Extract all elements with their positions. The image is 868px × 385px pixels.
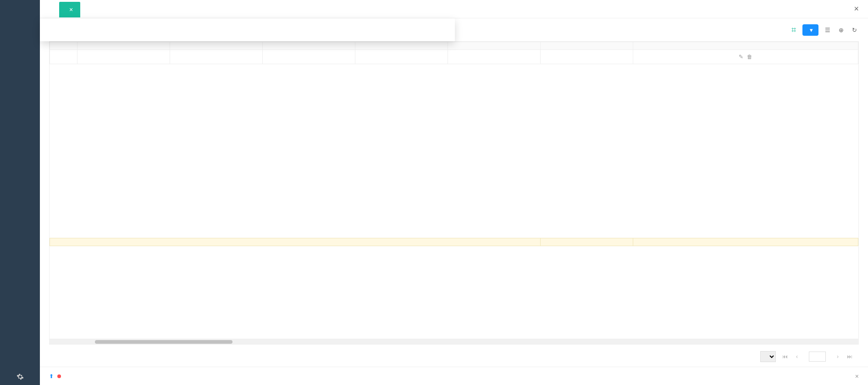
refresh-button[interactable]: ↻: [852, 27, 859, 33]
settings-gear[interactable]: [0, 368, 40, 385]
chevron-down-icon: ▾: [810, 27, 813, 33]
col-action: [633, 42, 858, 50]
batch-operate-button[interactable]: ☰: [825, 27, 832, 33]
per-page-select[interactable]: [760, 351, 776, 362]
tab-invoice-list[interactable]: ×: [59, 2, 80, 17]
col-unit[interactable]: [263, 42, 355, 50]
footer-bar: ⬆ ×: [40, 367, 868, 385]
page-first[interactable]: ⏮: [780, 353, 790, 360]
upload-icon: ⬆: [49, 373, 54, 380]
get-invoice-button[interactable]: ▾: [802, 24, 818, 36]
plus-icon: ⊕: [839, 27, 844, 33]
gear-icon: [17, 373, 24, 380]
add-button[interactable]: ⊕: [839, 27, 846, 33]
notification-dot: [57, 374, 61, 378]
tab-bar: × ×: [40, 0, 868, 18]
mega-menu: [40, 18, 455, 41]
delete-icon[interactable]: 🗑: [747, 54, 752, 60]
tab-home[interactable]: [44, 0, 59, 18]
refresh-icon: ↻: [852, 27, 857, 33]
sidebar: [0, 0, 40, 385]
invoice-table: ✎ 🗑: [49, 41, 859, 339]
list-icon: ☰: [825, 27, 830, 33]
col-name[interactable]: [77, 42, 170, 50]
footer-close-icon[interactable]: ×: [855, 373, 859, 380]
col-spec[interactable]: [170, 42, 263, 50]
tabs-close-all[interactable]: ×: [849, 4, 863, 14]
qr-icon[interactable]: ⌗: [791, 25, 796, 35]
page-last[interactable]: ⏭: [845, 353, 854, 360]
edit-icon[interactable]: ✎: [739, 54, 743, 60]
close-icon[interactable]: ×: [69, 6, 73, 13]
table-row[interactable]: ✎ 🗑: [50, 50, 858, 64]
page-prev[interactable]: ‹: [794, 353, 800, 360]
invoice-check-link[interactable]: ⬆: [49, 373, 61, 380]
col-amount[interactable]: [541, 42, 633, 50]
pagination: ⏮ ‹ › ⏭: [49, 346, 859, 367]
summary-row: [50, 238, 858, 246]
page-input[interactable]: [809, 352, 826, 362]
horizontal-scrollbar[interactable]: [49, 339, 859, 345]
page-next[interactable]: ›: [835, 353, 840, 360]
col-price[interactable]: [355, 42, 448, 50]
col-qty[interactable]: [448, 42, 541, 50]
